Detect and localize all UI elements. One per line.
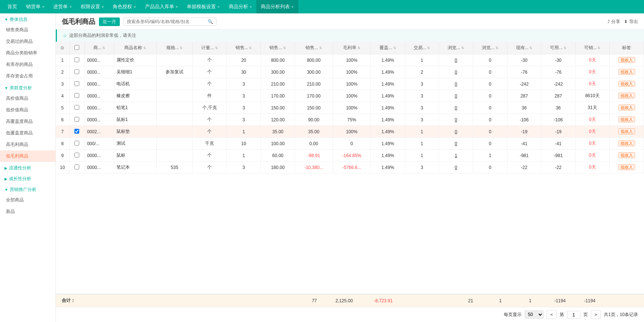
sidebar-group-overall[interactable]: ▼ 整体信息 (0, 13, 55, 24)
per-page-select[interactable]: 50 100 200 (525, 310, 544, 319)
td-view1[interactable]: 0 (439, 162, 473, 173)
page-number-input[interactable] (567, 311, 580, 319)
th-view2[interactable]: 浏览... (473, 42, 507, 54)
th-gross-rate[interactable]: 毛利率 (333, 42, 371, 54)
sidebar-item-traded-goods[interactable]: 交易过的商品 (0, 36, 55, 47)
sidebar-item-inventory-goods[interactable]: 有库存的商品 (0, 59, 55, 70)
nav-template[interactable]: 单据模板设置× (182, 0, 224, 13)
row-checkbox[interactable] (74, 153, 79, 157)
nav-permissions[interactable]: 权限设置× (76, 0, 108, 13)
close-sales-tab[interactable]: × (42, 4, 44, 9)
th-coverage[interactable]: 覆盖... (371, 42, 405, 54)
close-goods-analysis-tab[interactable]: × (250, 4, 252, 9)
view1-link[interactable]: 0 (455, 70, 457, 75)
prev-page-button[interactable]: ＜ (547, 310, 557, 319)
td-checkbox[interactable] (69, 114, 84, 126)
nav-goods-analysis-list[interactable]: 商品分析列表× (256, 0, 298, 13)
sidebar-group-liquidity[interactable]: ▶ 流通性分析 (0, 162, 55, 173)
sidebar-item-low-value[interactable]: 低价值商品 (0, 104, 55, 116)
view1-link[interactable]: 0 (455, 141, 457, 146)
td-view1[interactable]: 0 (439, 114, 473, 126)
search-input[interactable] (127, 19, 208, 24)
td-checkbox[interactable] (69, 126, 84, 138)
td-view1[interactable]: 0 (439, 138, 473, 150)
td-checkbox[interactable] (69, 54, 84, 66)
th-unit[interactable]: 计量... (193, 42, 227, 54)
view1-link[interactable]: 0 (455, 105, 457, 111)
period-button[interactable]: 近一月 (99, 17, 120, 26)
td-view1[interactable]: 0 (439, 126, 473, 138)
td-view1[interactable]: 0 (439, 66, 473, 78)
th-sales-profit[interactable]: 销售... (295, 42, 333, 54)
td-checkbox[interactable] (69, 150, 84, 162)
view1-link[interactable]: 0 (455, 117, 457, 122)
nav-goods-analysis[interactable]: 商品分析× (224, 0, 256, 13)
sidebar-group-cluster[interactable]: ▼ 类群度分析 (0, 82, 55, 93)
nav-product-entry[interactable]: 产品品入库单× (141, 0, 182, 13)
view1-link[interactable]: 0 (455, 93, 457, 99)
view1-link[interactable]: 0 (455, 58, 457, 63)
th-trade[interactable]: 交易... (405, 42, 439, 54)
sidebar-item-high-value[interactable]: 高价值商品 (0, 93, 55, 104)
row-checkbox[interactable] (74, 141, 79, 146)
close-goods-list-tab[interactable]: × (291, 4, 294, 9)
sidebar-group-marketing[interactable]: ▼ 营销推广分析 (0, 184, 55, 194)
td-view1[interactable]: 0 (439, 78, 473, 90)
close-template-tab[interactable]: × (217, 4, 220, 9)
th-available[interactable]: 可用... (541, 42, 576, 54)
th-checkbox[interactable] (69, 42, 84, 54)
td-view1[interactable]: 0 (439, 90, 473, 102)
th-saleable[interactable]: 可销... (575, 42, 609, 54)
nav-home[interactable]: 首页 (3, 0, 22, 13)
th-name[interactable]: 商品名称 (114, 42, 157, 54)
view1-link[interactable]: 1 (455, 153, 457, 158)
row-checkbox[interactable] (74, 105, 79, 110)
th-settings[interactable]: ⚙ (56, 42, 69, 54)
row-checkbox[interactable] (74, 129, 79, 134)
th-view1[interactable]: 浏览... (439, 42, 473, 54)
th-code[interactable]: 商... (84, 42, 114, 54)
row-checkbox[interactable] (74, 57, 79, 62)
sidebar-item-high-margin[interactable]: 高毛利商品 (0, 139, 55, 150)
nav-purchase[interactable]: 进货单× (49, 0, 76, 13)
view1-link[interactable]: 0 (455, 165, 457, 170)
view1-link[interactable]: 0 (455, 82, 457, 87)
td-view1[interactable]: 0 (439, 54, 473, 66)
td-checkbox[interactable] (69, 90, 84, 102)
export-button[interactable]: ⬇ 导出 (624, 19, 638, 25)
sidebar-item-sales-goods[interactable]: 销售类商品 (0, 24, 55, 36)
next-page-button[interactable]: ＞ (591, 310, 601, 319)
sidebar-group-growth[interactable]: ▶ 成长性分析 (0, 173, 55, 184)
td-checkbox[interactable] (69, 78, 84, 90)
sidebar-item-new-goods[interactable]: 新品 (0, 206, 55, 217)
select-all-checkbox[interactable] (74, 45, 79, 50)
sidebar-item-all-goods[interactable]: 全部商品 (0, 194, 55, 206)
td-view1[interactable]: 1 (439, 150, 473, 162)
settings-icon[interactable]: ⚙ (60, 45, 64, 51)
row-checkbox[interactable] (74, 81, 79, 86)
row-checkbox[interactable] (74, 117, 79, 122)
view1-link[interactable]: 0 (455, 129, 457, 134)
search-icon[interactable]: 🔍 (208, 19, 213, 24)
row-checkbox[interactable] (74, 165, 79, 169)
share-button[interactable]: ⤴ 分享 (608, 19, 620, 25)
td-view1[interactable]: 0 (439, 102, 473, 114)
sidebar-item-low-margin[interactable]: 低毛利商品 (0, 150, 55, 162)
td-checkbox[interactable] (69, 162, 84, 173)
nav-role-auth[interactable]: 角色授权× (108, 0, 140, 13)
close-product-entry-tab[interactable]: × (176, 4, 178, 9)
row-checkbox[interactable] (74, 93, 79, 98)
th-sales-qty[interactable]: 销售... (227, 42, 261, 54)
th-sales-price[interactable]: 销售... (261, 42, 295, 54)
th-spec[interactable]: 规格... (156, 42, 192, 54)
td-checkbox[interactable] (69, 138, 84, 150)
close-permissions-tab[interactable]: × (102, 4, 104, 9)
td-checkbox[interactable] (69, 66, 84, 78)
sidebar-item-category-rate[interactable]: 商品分类助销率 (0, 47, 55, 59)
nav-sales[interactable]: 销货单× (22, 0, 49, 13)
close-role-tab[interactable]: × (134, 4, 136, 9)
close-purchase-tab[interactable]: × (69, 4, 71, 9)
th-current[interactable]: 现有... (507, 42, 541, 54)
td-checkbox[interactable] (69, 102, 84, 114)
row-checkbox[interactable] (74, 69, 79, 74)
